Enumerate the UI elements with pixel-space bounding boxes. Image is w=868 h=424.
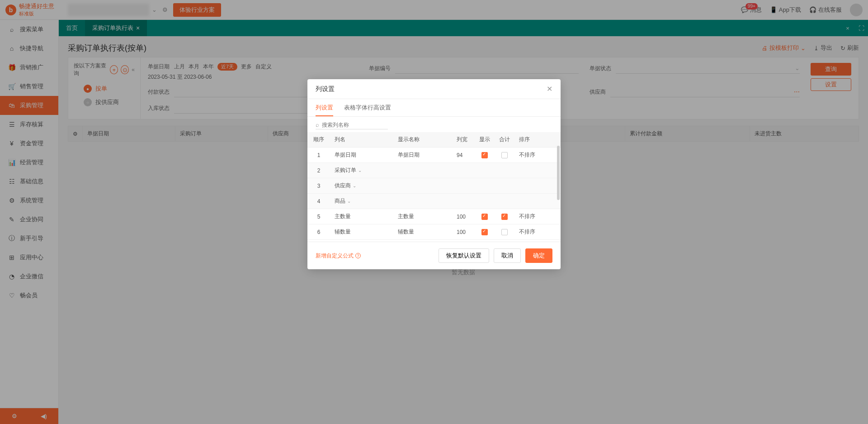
cell-width: 100: [452, 209, 475, 224]
cell-idx: 7: [307, 240, 330, 242]
th-sort: 排序: [514, 132, 561, 148]
cell-sort: [514, 163, 561, 178]
column-row[interactable]: 3供应商⌄: [307, 178, 561, 194]
total-checkbox[interactable]: [501, 152, 508, 158]
cell-display: 主数量: [393, 209, 452, 224]
help-icon: ?: [355, 253, 361, 258]
modal-overlay: 列设置 ✕ 列设置 表格字体行高设置 ⌕ 顺序 列名 显示名称 列宽: [0, 0, 868, 424]
column-row[interactable]: 4商品⌄: [307, 194, 561, 209]
cell-display: 单据日期: [393, 148, 452, 163]
cell-sort: 不排序: [514, 148, 561, 163]
cell-display: [393, 178, 452, 194]
cell-name: 采购订单⌄: [330, 163, 393, 178]
cell-sort: 不排序: [514, 209, 561, 224]
add-formula-link[interactable]: 新增自定义公式 ?: [316, 252, 361, 260]
close-icon[interactable]: ✕: [547, 85, 552, 93]
chevron-down-icon[interactable]: ⌄: [358, 168, 362, 173]
cell-sort: 不排序: [514, 224, 561, 240]
column-row[interactable]: 1单据日期单据日期94不排序: [307, 148, 561, 163]
cell-width: 94: [452, 148, 475, 163]
cell-name: 供应商⌄: [330, 178, 393, 194]
modal-tab-font[interactable]: 表格字体行高设置: [344, 104, 391, 116]
restore-default-button[interactable]: 恢复默认设置: [439, 248, 489, 263]
chevron-down-icon[interactable]: ⌄: [347, 199, 351, 204]
cell-display: 包装数量: [393, 240, 452, 242]
cell-idx: 3: [307, 178, 330, 194]
cell-display: [393, 194, 452, 209]
cell-name: 商品⌄: [330, 194, 393, 209]
column-row[interactable]: 7包装数量包装数量100不排序: [307, 240, 561, 242]
cell-width: [452, 194, 475, 209]
cell-sort: [514, 194, 561, 209]
th-display: 显示名称: [393, 132, 452, 148]
th-show: 显示: [475, 132, 495, 148]
th-width: 列宽: [452, 132, 475, 148]
confirm-button[interactable]: 确定: [525, 248, 552, 263]
cell-width: [452, 163, 475, 178]
cell-name: 单据日期: [330, 148, 393, 163]
column-row[interactable]: 2采购订单⌄: [307, 163, 561, 178]
cancel-button[interactable]: 取消: [494, 248, 521, 263]
cell-name: 包装数量: [330, 240, 393, 242]
cell-name: 主数量: [330, 209, 393, 224]
column-row[interactable]: 5主数量主数量100不排序: [307, 209, 561, 224]
column-settings-modal: 列设置 ✕ 列设置 表格字体行高设置 ⌕ 顺序 列名 显示名称 列宽: [307, 79, 561, 269]
cell-display: [393, 163, 452, 178]
modal-tab-columns[interactable]: 列设置: [316, 104, 333, 116]
cell-name: 辅数量: [330, 224, 393, 240]
show-checkbox[interactable]: [481, 152, 488, 158]
cell-idx: 1: [307, 148, 330, 163]
cell-idx: 6: [307, 224, 330, 240]
modal-title: 列设置: [316, 85, 335, 93]
column-config-table: 顺序 列名 显示名称 列宽 显示 合计 排序 1单据日期单据日期94不排序2采购…: [307, 132, 561, 242]
th-order: 顺序: [307, 132, 330, 148]
cell-idx: 2: [307, 163, 330, 178]
show-checkbox[interactable]: [481, 229, 488, 235]
cell-width: 100: [452, 224, 475, 240]
scrollbar[interactable]: [557, 146, 560, 200]
cell-width: [452, 178, 475, 194]
th-total: 合计: [495, 132, 514, 148]
cell-idx: 4: [307, 194, 330, 209]
column-search-input[interactable]: [322, 122, 390, 128]
cell-sort: [514, 178, 561, 194]
search-icon: ⌕: [316, 121, 319, 128]
add-formula-label: 新增自定义公式: [316, 252, 354, 260]
cell-sort: 不排序: [514, 240, 561, 242]
th-name: 列名: [330, 132, 393, 148]
total-checkbox[interactable]: [501, 214, 508, 220]
cell-width: 100: [452, 240, 475, 242]
cell-idx: 5: [307, 209, 330, 224]
column-row[interactable]: 6辅数量辅数量100不排序: [307, 224, 561, 240]
total-checkbox[interactable]: [501, 229, 508, 235]
show-checkbox[interactable]: [481, 214, 488, 220]
chevron-down-icon[interactable]: ⌄: [353, 183, 356, 188]
cell-display: 辅数量: [393, 224, 452, 240]
